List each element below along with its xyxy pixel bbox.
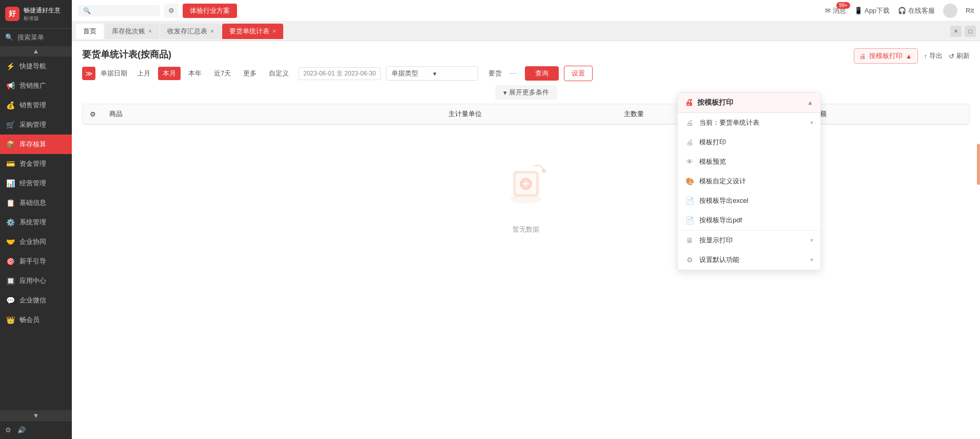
print-icon: 🖨 — [859, 52, 866, 60]
sidebar-item-system[interactable]: ⚙️ 系统管理 — [0, 213, 72, 232]
gear-button[interactable]: ⚙ — [164, 4, 179, 18]
sidebar-item-sales[interactable]: 💰 销售管理 — [0, 96, 72, 115]
volume-icon[interactable]: 🔊 — [17, 426, 26, 434]
tab-inventory-batch[interactable]: 库存批次账 × — [105, 24, 159, 39]
date-btn-this-year[interactable]: 本年 — [184, 67, 206, 80]
template-preview-label: 模板预览 — [699, 157, 726, 166]
notification-count: 99+ — [836, 2, 850, 9]
tab-receipts-summary[interactable]: 收发存汇总表 × — [160, 24, 221, 39]
table-header: ⚙ 商品 主计量单位 主数量 零售金额 — [83, 104, 969, 124]
enterprise-icon: 🤝 — [5, 238, 15, 246]
dropdown-template-custom[interactable]: 🎨 模板自定义设计 — [678, 171, 820, 191]
sidebar-item-label: 营销推广 — [19, 81, 46, 90]
date-btn-last-month[interactable]: 上月 — [132, 67, 155, 80]
print-template-label: 按模板打印 — [869, 51, 903, 61]
window-close[interactable]: × — [950, 26, 962, 37]
sidebar-item-wechat[interactable]: 💬 企业微信 — [0, 291, 72, 310]
settings-icon[interactable]: ⚙ — [5, 426, 11, 434]
avatar[interactable] — [943, 4, 957, 18]
dropdown-template-print[interactable]: 🖨 模板打印 — [678, 132, 820, 152]
sidebar-scroll-up[interactable]: ▲ — [0, 46, 72, 56]
dropdown-current-template[interactable]: 🖨 当前：要货单统计表 ▾ — [678, 113, 820, 132]
default-function-arrow: ▾ — [810, 256, 813, 263]
expand-more-btn[interactable]: ▾ 展开更多条件 — [495, 85, 557, 100]
date-btn-more[interactable]: 更多 — [239, 67, 261, 80]
type-filter-label: 单据类型 — [391, 69, 431, 78]
date-btn-7days[interactable]: 近7天 — [209, 67, 236, 80]
chevron-down-icon: ▾ — [433, 70, 473, 78]
tab-demand-stats[interactable]: 要货单统计表 × — [222, 24, 283, 39]
sidebar-item-purchase[interactable]: 🛒 采购管理 — [0, 115, 72, 135]
sidebar-scroll-down[interactable]: ▼ — [0, 410, 72, 421]
tab-demand-stats-close[interactable]: × — [272, 28, 276, 35]
page-title: 要货单统计表(按商品) — [82, 48, 171, 61]
query-button[interactable]: 查询 — [525, 66, 559, 81]
username: Rit — [966, 7, 974, 14]
sidebar-item-basic[interactable]: 📋 基础信息 — [0, 193, 72, 213]
dropdown-template-pdf[interactable]: 📄 按模板导出pdf — [678, 211, 820, 230]
tab-demand-stats-label: 要货单统计表 — [229, 27, 269, 36]
dropdown-display-print[interactable]: 🖥 按显示打印 ▾ — [678, 231, 820, 250]
sidebar-item-enterprise[interactable]: 🤝 企业协同 — [0, 232, 72, 252]
dots-more-btn[interactable]: ··· — [507, 69, 520, 78]
dropdown-default-function[interactable]: ⚙ 设置默认功能 ▾ — [678, 250, 820, 270]
date-btn-custom[interactable]: 自定义 — [264, 67, 293, 80]
refresh-btn[interactable]: ↺ 刷新 — [949, 51, 970, 61]
settings-button[interactable]: 设置 — [564, 66, 593, 81]
display-print-label: 按显示打印 — [699, 236, 733, 245]
member-icon: 👑 — [5, 316, 15, 324]
basic-icon: 📋 — [5, 199, 15, 207]
dropdown-template-preview[interactable]: 👁 模板预览 — [678, 152, 820, 171]
date-btn-this-month[interactable]: 本月 — [158, 67, 181, 80]
topbar-search-icon: 🔍 — [83, 7, 91, 14]
tab-home[interactable]: 首页 — [76, 24, 104, 39]
print-template-btn[interactable]: 🖨 按模板打印 ▲ — [854, 48, 918, 64]
window-maximize[interactable]: □ — [965, 26, 976, 37]
tab-inventory-batch-close[interactable]: × — [148, 28, 152, 35]
sidebar-item-label: 资金管理 — [19, 159, 46, 168]
sidebar-item-finance[interactable]: 💳 资金管理 — [0, 154, 72, 174]
topbar-search[interactable]: 🔍 — [78, 5, 160, 16]
sidebar-item-guide[interactable]: 🎯 新手引导 — [0, 252, 72, 271]
sidebar-search[interactable]: 🔍 搜索菜单 — [0, 29, 72, 46]
inventory-icon: 📦 — [5, 140, 15, 148]
finance-icon: 💳 — [5, 160, 15, 168]
svg-point-6 — [542, 169, 546, 173]
sidebar-item-quick-nav[interactable]: ⚡ 快捷导航 — [0, 56, 72, 76]
tab-receipts-summary-close[interactable]: × — [210, 28, 214, 35]
app-download-label: App下载 — [865, 6, 890, 15]
system-icon: ⚙️ — [5, 218, 15, 226]
dropdown-section-1: 🖨 模板打印 👁 模板预览 🎨 模板自定义设计 📄 按模板导出excel 📄 — [678, 132, 820, 231]
sidebar-bottom: ⚙ 🔊 — [0, 421, 72, 439]
search-input[interactable] — [94, 7, 155, 14]
sidebar-item-member[interactable]: 👑 畅会员 — [0, 310, 72, 330]
sidebar-item-inventory[interactable]: 📦 库存核算 — [0, 135, 72, 154]
sidebar-item-appstore[interactable]: 🔲 应用中心 — [0, 271, 72, 291]
app-badge: 标准版 — [24, 15, 61, 22]
sidebar-item-label: 销售管理 — [19, 101, 46, 110]
export-btn[interactable]: ↑ 导出 — [924, 51, 943, 61]
filter-expand-btn[interactable]: ≫ — [82, 67, 95, 80]
dropdown-close-chevron[interactable]: ▲ — [807, 99, 813, 106]
notification-btn[interactable]: ✉ 消息 99+ — [825, 6, 846, 15]
type-filter[interactable]: 单据类型 ▾ — [386, 66, 478, 81]
dropdown-header: 🖨 按模板打印 ▲ — [678, 93, 820, 113]
date-range-display[interactable]: 2023-06-01 至 2023-06-30 — [299, 67, 380, 80]
demand-goods-label: 要货 — [488, 69, 502, 78]
online-service-btn[interactable]: 🎧 在线客服 — [898, 6, 935, 15]
purchase-icon: 🛒 — [5, 121, 15, 129]
dropdown-template-excel[interactable]: 📄 按模板导出excel — [678, 191, 820, 211]
industry-btn[interactable]: 体验行业方案 — [183, 4, 237, 18]
col-settings[interactable]: ⚙ — [83, 105, 103, 123]
sidebar-item-operations[interactable]: 📊 经营管理 — [0, 174, 72, 193]
quick-nav-icon: ⚡ — [5, 62, 15, 70]
message-icon: ✉ — [825, 7, 831, 14]
sidebar-item-marketing[interactable]: 📢 营销推广 — [0, 76, 72, 96]
tabs-bar: 首页 库存批次账 × 收发存汇总表 × 要货单统计表 × × □ — [72, 22, 980, 41]
empty-text: 暂无数据 — [513, 225, 539, 234]
sidebar-item-label: 企业微信 — [19, 296, 46, 305]
app-download-btn[interactable]: 📱 App下载 — [854, 6, 890, 15]
data-table: ⚙ 商品 主计量单位 主数量 零售金额 — [82, 104, 970, 125]
template-preview-icon: 👁 — [685, 158, 694, 166]
search-label: 搜索菜单 — [17, 33, 44, 42]
